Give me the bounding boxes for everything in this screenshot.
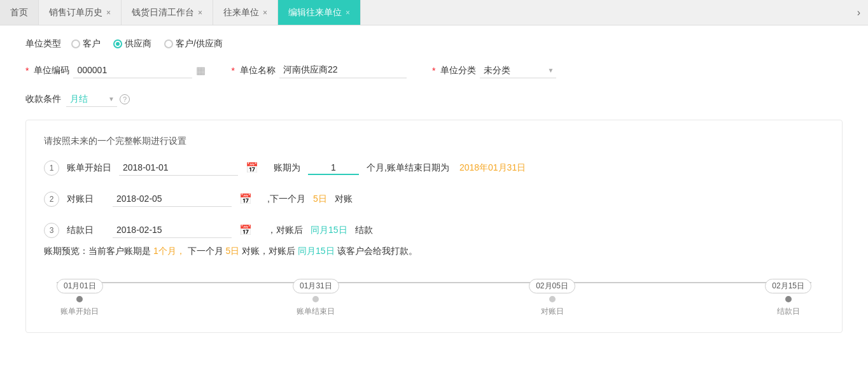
radio-customer[interactable]: 客户 [71, 38, 101, 50]
copy-icon[interactable]: ▦ [196, 64, 206, 76]
payment-terms-row: 收款条件 月结 ▼ ? [25, 91, 843, 107]
timeline-tag-1: 01月01日 [57, 279, 103, 293]
close-icon[interactable]: × [263, 8, 267, 17]
step-2-row: 2 对账日 📅 ,下一个月 5日 对账 [44, 191, 824, 207]
timeline-line [57, 282, 811, 283]
step-3-date-input[interactable] [113, 222, 232, 238]
tab-bar: 首页 销售订单历史 × 钱货日清工作台 × 往来单位 × 编辑往来单位 × › [0, 0, 868, 25]
timeline-label-3: 对账日 [541, 306, 564, 317]
tab-home[interactable]: 首页 [0, 0, 39, 25]
step-1-prefix: 账期为 [274, 162, 300, 174]
timeline-dot-4 [785, 296, 792, 302]
timeline-dot-3 [549, 296, 556, 302]
timeline-point-3: 02月05日 对账日 [529, 279, 575, 317]
unit-name-label: 单位名称 [240, 65, 276, 76]
step-2-num: 2 [44, 192, 59, 207]
unit-type-label: 单位类型 [25, 38, 61, 50]
step-1-label: 账单开始日 [67, 162, 111, 174]
step-1-end-date: 2018年01月31日 [459, 162, 526, 174]
step-2-suffix: 对账 [335, 194, 353, 205]
unit-code-input[interactable] [73, 62, 192, 78]
radio-circle-customer [71, 39, 80, 48]
tab-scroll-right[interactable]: › [850, 0, 868, 25]
step-3-prefix: ，对账后 [267, 225, 303, 236]
preview-middle: 下一个月 [188, 246, 223, 256]
preview-period: 1个月， [153, 246, 185, 256]
tab-counterparty[interactable]: 往来单位 × [213, 0, 278, 25]
timeline-point-2: 01月31日 账单结束日 [293, 279, 339, 317]
unit-category-group: * 单位分类 未分类 ▼ [432, 62, 556, 78]
timeline: 01月01日 账单开始日 01月31日 账单结束日 02月05日 [57, 270, 811, 317]
timeline-dot-1 [76, 296, 83, 302]
radio-circle-supplier [113, 39, 122, 48]
radio-supplier[interactable]: 供应商 [113, 38, 151, 50]
step-3-suffix: 结款 [355, 225, 373, 236]
step-2-date-input[interactable] [113, 191, 232, 207]
step-3-highlight: 同月15日 [311, 225, 347, 236]
preview-text3: 该客户会给我打款。 [337, 246, 417, 256]
help-icon[interactable]: ? [120, 94, 130, 104]
timeline-label-4: 结款日 [777, 306, 800, 317]
calendar-icon-3[interactable]: 📅 [239, 224, 252, 236]
step-1-date-input[interactable] [119, 160, 238, 176]
unit-category-dropdown[interactable]: 未分类 ▼ [480, 62, 556, 78]
unit-name-input[interactable] [279, 62, 407, 78]
timeline-label-1: 账单开始日 [60, 306, 99, 317]
step-2-highlight: 5日 [313, 194, 327, 205]
preview-text: 账期预览：当前客户账期是 1个月， 下一个月 5日 对账，对账后 同月15日 该… [44, 246, 824, 257]
preview-day2: 同月15日 [298, 246, 335, 256]
radio-circle-both [164, 39, 173, 48]
unit-type-row: 单位类型 客户 供应商 客户/供应商 [25, 38, 843, 50]
timeline-tag-3: 02月05日 [529, 279, 575, 293]
preview-label: 账期预览：当前客户账期是 [44, 246, 151, 256]
step-3-label: 结款日 [67, 225, 105, 236]
tab-edit-counterparty[interactable]: 编辑往来单位 × [278, 0, 361, 25]
step-3-row: 3 结款日 📅 ，对账后 同月15日 结款 [44, 222, 824, 238]
unit-category-label: 单位分类 [440, 65, 476, 76]
close-icon[interactable]: × [198, 8, 202, 17]
payment-terms-dropdown[interactable]: 月结 ▼ [66, 91, 117, 107]
step-2-prefix: ,下一个月 [267, 194, 305, 205]
payment-terms-label: 收款条件 [25, 94, 61, 105]
timeline-point-4: 02月15日 结款日 [765, 279, 811, 317]
unit-category-select[interactable]: 未分类 [480, 62, 556, 78]
unit-code-group: * 单位编码 ▦ [25, 62, 206, 78]
preview-day1: 5日 [225, 246, 239, 256]
radio-both[interactable]: 客户/供应商 [164, 38, 223, 50]
panel-title: 请按照未来的一个完整帐期进行设置 [44, 136, 824, 147]
billing-panel: 请按照未来的一个完整帐期进行设置 1 账单开始日 📅 账期为 个月,账单结束日期… [25, 120, 843, 333]
payment-terms-select[interactable]: 月结 [66, 91, 117, 107]
timeline-tag-2: 01月31日 [293, 279, 339, 293]
tab-sales-history[interactable]: 销售订单历史 × [39, 0, 122, 25]
step-1-suffix: 个月,账单结束日期为 [367, 162, 449, 174]
unit-name-group: * 单位名称 [231, 62, 406, 78]
close-icon[interactable]: × [346, 8, 350, 17]
step-1-num: 1 [44, 160, 59, 176]
tab-cashier-workbench[interactable]: 钱货日清工作台 × [122, 0, 213, 25]
step-2-label: 对账日 [67, 194, 105, 205]
unit-code-label: 单位编码 [34, 65, 69, 76]
calendar-icon-1[interactable]: 📅 [246, 162, 258, 174]
unit-info-row: * 单位编码 ▦ * 单位名称 * 单位分类 未分类 ▼ [25, 62, 843, 78]
unit-type-radio-group: 客户 供应商 客户/供应商 [71, 38, 223, 50]
timeline-wrapper: 01月01日 账单开始日 01月31日 账单结束日 02月05日 [44, 270, 824, 317]
timeline-label-2: 账单结束日 [297, 306, 335, 317]
timeline-tag-4: 02月15日 [765, 279, 811, 293]
timeline-point-1: 01月01日 账单开始日 [57, 279, 103, 317]
preview-text2: 对账，对账后 [242, 246, 295, 256]
period-input[interactable] [308, 161, 359, 175]
timeline-dot-2 [312, 296, 319, 302]
close-icon[interactable]: × [106, 8, 111, 17]
step-3-num: 3 [44, 223, 59, 238]
calendar-icon-2[interactable]: 📅 [239, 193, 252, 205]
main-content: 单位类型 客户 供应商 客户/供应商 * 单位编码 ▦ * 单位名称 [0, 25, 868, 387]
step-1-row: 1 账单开始日 📅 账期为 个月,账单结束日期为 2018年01月31日 [44, 160, 824, 176]
